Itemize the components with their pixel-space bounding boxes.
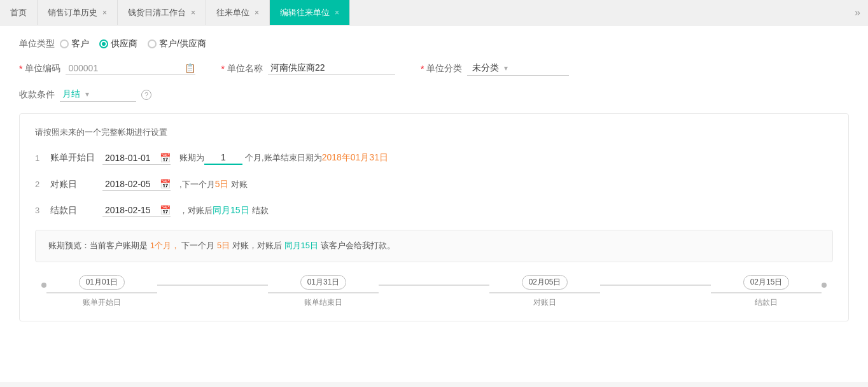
unit-category-group: * 单位分类 未分类 ▾ xyxy=(421,61,569,76)
payment-terms-arrow-icon: ▾ xyxy=(85,90,89,99)
close-tab-partners[interactable]: × xyxy=(255,8,259,17)
tab-partners[interactable]: 往来单位 × xyxy=(206,0,270,25)
unit-code-input-wrap: 📋 xyxy=(66,62,195,75)
unit-code-input[interactable] xyxy=(66,62,182,74)
t-node-1: 01月01日 xyxy=(79,275,125,292)
timeline-right-dot xyxy=(822,283,827,288)
start-date-input[interactable] xyxy=(102,151,160,164)
payment-date-input-wrap: 📅 xyxy=(102,204,171,217)
t-badge-1: 01月01日 xyxy=(79,275,125,290)
reconcile-date-label: 对账日 xyxy=(50,179,95,190)
timeline-node-4: 02月15日 结款日 xyxy=(711,275,822,308)
radio-label-supplier: 供应商 xyxy=(111,38,137,50)
period-end-date: 2018年01月31日 xyxy=(322,152,388,164)
t-badge-3: 02月05日 xyxy=(522,275,568,290)
payment-date-input[interactable] xyxy=(102,204,160,216)
timeline-line-2 xyxy=(379,285,489,286)
unit-name-input[interactable] xyxy=(268,62,395,75)
preview-payment-suffix: 该客户会给我打款。 xyxy=(321,241,395,250)
timeline-node-1: 01月01日 账单开始日 xyxy=(46,275,157,308)
reconcile-date-input[interactable] xyxy=(102,178,160,190)
preview-reconcile-prefix: 下一个月 xyxy=(181,241,214,250)
payment-terms-label: 收款条件 xyxy=(19,89,55,101)
unit-type-group: 单位类型 客户 供应商 客户/供应商 xyxy=(19,38,206,50)
close-tab-cashflow[interactable]: × xyxy=(191,8,195,17)
row-num-1: 1 xyxy=(35,153,50,163)
tab-home[interactable]: 首页 xyxy=(0,0,38,25)
payment-date-cal-icon[interactable]: 📅 xyxy=(160,205,171,215)
radio-both[interactable]: 客户/供应商 xyxy=(148,38,206,50)
payment-terms-row: 收款条件 月结 ▾ ? xyxy=(19,87,849,102)
reconcile-date-cal-icon[interactable]: 📅 xyxy=(160,179,171,189)
t-node-1-label: 账单开始日 xyxy=(83,293,121,308)
t-label-3: 对账日 xyxy=(533,297,556,308)
unit-category-select[interactable]: 未分类 ▾ xyxy=(467,61,569,76)
period-value-input[interactable] xyxy=(204,151,242,165)
required-star-code: * xyxy=(19,64,22,74)
start-date-input-wrap: 📅 xyxy=(102,151,171,165)
t-label-2: 账单结束日 xyxy=(304,297,342,308)
t-label-1: 账单开始日 xyxy=(83,297,121,308)
payment-day-highlight: 同月15日 xyxy=(213,205,249,216)
t-node-3: 02月05日 xyxy=(522,275,568,292)
unit-code-label: 单位编码 xyxy=(25,63,60,74)
unit-type-row: 单位类型 客户 供应商 客户/供应商 xyxy=(19,38,849,50)
preview-payment-day: 同月15日 xyxy=(284,241,318,250)
t-node-4-label: 结款日 xyxy=(755,293,778,308)
radio-label-customer: 客户 xyxy=(71,38,89,50)
payment-terms-select[interactable]: 月结 ▾ xyxy=(60,87,136,102)
unit-code-calendar-icon[interactable]: 📋 xyxy=(185,63,195,73)
radio-supplier[interactable]: 供应商 xyxy=(99,38,137,50)
expand-tabs-icon[interactable]: » xyxy=(847,7,868,18)
close-tab-sales[interactable]: × xyxy=(102,8,107,17)
main-content: 单位类型 客户 供应商 客户/供应商 * 单位编码 xyxy=(0,25,868,382)
t-node-2-label: 账单结束日 xyxy=(304,293,342,308)
preview-months: 1个月， xyxy=(150,241,179,250)
t-node-3-label: 对账日 xyxy=(533,293,556,308)
tab-sales-history[interactable]: 销售订单历史 × xyxy=(38,0,118,25)
unit-name-label: 单位名称 xyxy=(227,63,263,74)
payment-terms-value: 月结 xyxy=(62,88,80,100)
t-badge-2: 01月31日 xyxy=(300,275,347,290)
t-node-2: 01月31日 xyxy=(300,275,347,292)
t-node-4: 02月15日 xyxy=(743,275,790,292)
row-num-3: 3 xyxy=(35,206,50,215)
reconcile-date-input-wrap: 📅 xyxy=(102,178,171,191)
payment-terms-group: 收款条件 月结 ▾ ? xyxy=(19,87,151,102)
radio-circle-customer xyxy=(60,39,69,48)
panel-row-3: 3 结款日 📅 ，对账后 同月15日 结款 xyxy=(35,204,833,217)
period-suffix-after: 个月,账单结束日期为 xyxy=(245,152,322,164)
payment-suffix-1: ，对账后 xyxy=(179,205,213,216)
tab-cashflow[interactable]: 钱货日清工作台 × xyxy=(118,0,206,25)
required-star-name: * xyxy=(221,64,224,74)
preview-reconcile-suffix: 对账，对账后 xyxy=(232,241,282,250)
start-date-cal-icon[interactable]: 📅 xyxy=(160,153,171,163)
unit-category-value: 未分类 xyxy=(472,62,499,74)
radio-circle-supplier xyxy=(99,39,108,48)
timeline-node-3: 02月05日 对账日 xyxy=(489,275,600,308)
timeline-left-dot xyxy=(41,283,46,288)
start-date-label: 账单开始日 xyxy=(50,152,95,164)
radio-label-both: 客户/供应商 xyxy=(159,38,206,50)
tab-edit-partner[interactable]: 编辑往来单位 × xyxy=(270,0,350,25)
unit-code-group: * 单位编码 📋 xyxy=(19,62,195,75)
preview-label: 账期预览：当前客户账期是 xyxy=(48,241,148,250)
preview-bar: 账期预览：当前客户账期是 1个月， 下一个月 5日 对账，对账后 同月15日 该… xyxy=(35,230,833,262)
unit-category-arrow-icon: ▾ xyxy=(504,64,508,73)
reconcile-suffix-1: ,下一个月 xyxy=(179,179,215,190)
preview-reconcile-day: 5日 xyxy=(217,241,230,250)
payment-terms-help-icon[interactable]: ? xyxy=(141,90,151,100)
required-star-category: * xyxy=(421,64,424,74)
payment-suffix-2: 结款 xyxy=(252,205,269,216)
radio-customer[interactable]: 客户 xyxy=(60,38,89,50)
radio-group-unit-type: 客户 供应商 客户/供应商 xyxy=(60,38,206,50)
close-tab-edit-partner[interactable]: × xyxy=(335,8,339,17)
panel-row-1: 1 账单开始日 📅 账期为 个月,账单结束日期为 2018年01月31日 xyxy=(35,151,833,165)
timeline-node-2: 01月31日 账单结束日 xyxy=(268,275,379,308)
panel-row-2: 2 对账日 📅 ,下一个月 5日 对账 xyxy=(35,178,833,191)
t-label-4: 结款日 xyxy=(755,297,778,308)
tabs-bar: 首页 销售订单历史 × 钱货日清工作台 × 往来单位 × 编辑往来单位 × » xyxy=(0,0,868,25)
settings-panel: 请按照未来的一个完整帐期进行设置 1 账单开始日 📅 账期为 个月,账单结束日期… xyxy=(19,113,849,321)
timeline-section: 01月01日 账单开始日 01月31日 账单结束日 xyxy=(35,275,833,308)
panel-description: 请按照未来的一个完整帐期进行设置 xyxy=(35,127,833,138)
